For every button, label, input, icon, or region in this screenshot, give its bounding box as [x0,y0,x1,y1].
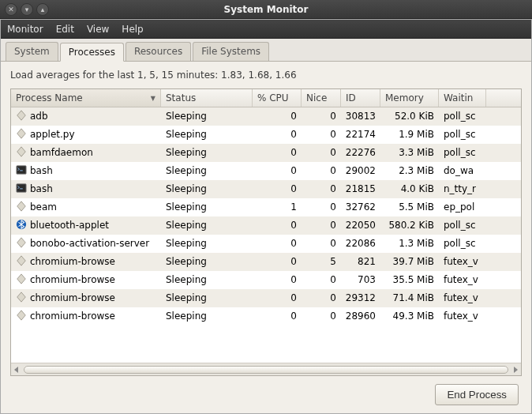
cell-cpu: 0 [253,274,302,285]
table-row[interactable]: bluetooth-appletSleeping0022050580.2 KiB… [11,216,521,235]
cell-status: Sleeping [161,129,253,140]
end-process-button[interactable]: End Process [435,384,519,405]
process-table: Process Name ▼ Status % CPU Nice ID Memo… [10,88,522,376]
cell-cpu: 0 [253,183,302,194]
col-cpu[interactable]: % CPU [253,89,302,107]
menu-edit[interactable]: Edit [56,24,74,35]
cell-cpu: 0 [253,238,302,249]
cell-memory: 39.7 MiB [380,256,439,267]
cell-nice: 0 [302,147,341,158]
cell-process-name: chromium-browse [11,255,161,269]
table-row[interactable]: applet.pySleeping00221741.9 MiBpoll_sc [11,126,521,144]
col-waiting[interactable]: Waitin [439,89,486,107]
titlebar: ✕ ▾ ▴ System Monitor [0,0,532,19]
cell-process-name: beam [11,201,161,214]
table-row[interactable]: bashSleeping00290022.3 MiBdo_wa [11,162,521,180]
cell-waiting: futex_v [439,310,486,322]
table-rows: adbSleeping003081352.0 KiBpoll_scapplet.… [11,107,521,363]
table-row[interactable]: chromium-browseSleeping0582139.7 MiBfute… [11,253,521,271]
cell-process-name: chromium-browse [11,310,161,323]
cell-status: Sleeping [161,165,253,176]
process-icon [16,201,30,214]
cell-status: Sleeping [161,292,253,303]
process-name-text: chromium-browse [30,292,115,303]
cell-cpu: 0 [253,256,302,267]
process-icon [16,183,30,196]
cell-waiting: poll_sc [439,111,486,122]
table-row[interactable]: bamfdaemonSleeping00222763.3 MiBpoll_sc [11,144,521,162]
tab-system[interactable]: System [6,42,58,61]
cell-waiting: poll_sc [439,129,486,140]
tab-processes[interactable]: Processes [60,43,124,62]
svg-rect-1 [17,183,26,192]
cell-status: Sleeping [161,220,253,231]
col-nice[interactable]: Nice [302,89,341,107]
cell-status: Sleeping [161,111,253,122]
cell-memory: 3.3 MiB [380,147,439,158]
tab-resources[interactable]: Resources [126,42,191,61]
cell-nice: 0 [302,274,341,285]
cell-process-name: bamfdaemon [11,146,161,160]
col-label: Process Name [16,92,83,104]
cell-waiting: poll_sc [439,220,486,231]
cell-id: 821 [341,256,380,267]
table-row[interactable]: beamSleeping10327625.5 MiBep_pol [11,198,521,216]
col-id[interactable]: ID [341,89,380,107]
col-process-name[interactable]: Process Name ▼ [11,89,161,107]
cell-process-name: bash [11,183,161,196]
table-row[interactable]: chromium-browseSleeping002931271.4 MiBfu… [11,289,521,307]
process-name-text: chromium-browse [30,256,115,267]
svg-rect-0 [17,165,26,174]
cell-cpu: 1 [253,201,302,213]
horizontal-scrollbar[interactable] [11,363,521,375]
cell-nice: 0 [302,292,341,303]
cell-id: 22174 [341,129,380,140]
menu-help[interactable]: Help [122,24,143,35]
menu-monitor[interactable]: Monitor [7,24,43,35]
process-name-text: chromium-browse [30,274,115,285]
table-row[interactable]: bonobo-activation-serverSleeping00220861… [11,235,521,253]
close-icon[interactable]: ✕ [5,3,17,16]
process-name-text: beam [30,201,57,213]
cell-status: Sleeping [161,310,253,322]
cell-status: Sleeping [161,183,253,194]
table-row[interactable]: chromium-browseSleeping002896049.3 MiBfu… [11,307,521,326]
process-icon [16,255,30,269]
cell-status: Sleeping [161,147,253,158]
process-icon [16,237,30,250]
cell-status: Sleeping [161,256,253,267]
minimize-icon[interactable]: ▾ [21,3,33,16]
table-header: Process Name ▼ Status % CPU Nice ID Memo… [11,89,521,107]
menubar: Monitor Edit View Help [1,20,531,39]
col-status[interactable]: Status [161,89,253,107]
cell-id: 28960 [341,310,380,322]
cell-id: 32762 [341,201,380,213]
cell-memory: 1.3 MiB [380,238,439,249]
cell-nice: 0 [302,310,341,322]
cell-memory: 4.0 KiB [380,183,439,194]
cell-memory: 35.5 MiB [380,274,439,285]
menu-view[interactable]: View [87,24,109,35]
tab-filesystems[interactable]: File Systems [193,42,269,61]
cell-id: 22050 [341,220,380,231]
scrollbar-thumb[interactable] [24,366,508,374]
cell-cpu: 0 [253,111,302,122]
cell-nice: 0 [302,165,341,176]
cell-waiting: futex_v [439,256,486,267]
table-row[interactable]: adbSleeping003081352.0 KiBpoll_sc [11,107,521,126]
cell-nice: 0 [302,201,341,213]
cell-memory: 2.3 MiB [380,165,439,176]
col-memory[interactable]: Memory [380,89,439,107]
cell-process-name: chromium-browse [11,273,161,287]
table-row[interactable]: bashSleeping00218154.0 KiBn_tty_r [11,180,521,198]
cell-process-name: bash [11,164,161,178]
cell-id: 30813 [341,111,380,122]
cell-nice: 0 [302,111,341,122]
process-name-text: bash [30,183,53,194]
process-name-text: chromium-browse [30,310,115,322]
window-title: System Monitor [49,4,483,15]
table-row[interactable]: chromium-browseSleeping0070335.5 MiBfute… [11,271,521,289]
cell-memory: 49.3 MiB [380,310,439,322]
maximize-icon[interactable]: ▴ [36,3,49,16]
cell-nice: 0 [302,220,341,231]
